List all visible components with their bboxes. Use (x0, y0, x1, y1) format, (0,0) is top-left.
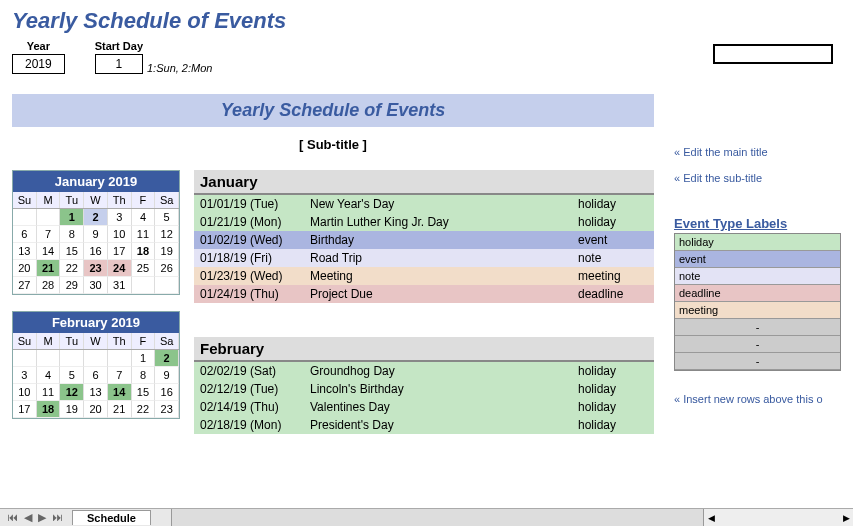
day-cell[interactable]: 29 (60, 277, 84, 294)
day-cell[interactable]: 14 (108, 384, 132, 401)
scroll-right-icon[interactable]: ▶ (839, 513, 853, 523)
day-cell[interactable]: 23 (84, 260, 108, 277)
day-cell[interactable]: 4 (132, 209, 156, 226)
event-row[interactable]: 01/23/19 (Wed)Meetingmeeting (194, 267, 654, 285)
day-cell[interactable]: 11 (37, 384, 61, 401)
event-row[interactable]: 01/18/19 (Fri)Road Tripnote (194, 249, 654, 267)
day-cell[interactable]: 1 (132, 350, 156, 367)
etl-blank[interactable]: - (675, 319, 840, 336)
day-cell[interactable] (37, 350, 61, 367)
day-cell[interactable]: 10 (108, 226, 132, 243)
etl-blank[interactable]: - (675, 336, 840, 353)
horizontal-scrollbar[interactable]: ◀ ▶ (703, 509, 853, 526)
event-row[interactable]: 01/21/19 (Mon)Martin Luther King Jr. Day… (194, 213, 654, 231)
day-cell[interactable]: 18 (132, 243, 156, 260)
day-cell[interactable]: 8 (132, 367, 156, 384)
day-cell[interactable]: 3 (108, 209, 132, 226)
scroll-left-icon[interactable]: ◀ (704, 513, 718, 523)
subtitle[interactable]: [ Sub-title ] (12, 137, 654, 152)
day-cell[interactable]: 9 (155, 367, 179, 384)
event-row[interactable]: 01/24/19 (Thu)Project Duedeadline (194, 285, 654, 303)
day-cell[interactable]: 15 (60, 243, 84, 260)
day-cell[interactable]: 31 (108, 277, 132, 294)
day-cell[interactable]: 19 (60, 401, 84, 418)
etl-holiday[interactable]: holiday (675, 234, 840, 251)
day-cell[interactable]: 27 (13, 277, 37, 294)
day-cell[interactable]: 10 (13, 384, 37, 401)
etl-deadline[interactable]: deadline (675, 285, 840, 302)
calendar-february: February 2019 SuMTuWThFSa 12345678910111… (12, 311, 180, 419)
event-row[interactable]: 02/14/19 (Thu)Valentines Dayholiday (194, 398, 654, 416)
day-cell[interactable]: 2 (84, 209, 108, 226)
day-cell[interactable]: 17 (108, 243, 132, 260)
tab-nav-first-icon[interactable]: ⏮ (4, 511, 21, 524)
day-cell[interactable]: 4 (37, 367, 61, 384)
tab-schedule[interactable]: Schedule (72, 510, 151, 525)
day-cell[interactable] (13, 350, 37, 367)
day-cell[interactable] (155, 277, 179, 294)
etl-note[interactable]: note (675, 268, 840, 285)
etl-blank[interactable]: - (675, 353, 840, 370)
etl-event[interactable]: event (675, 251, 840, 268)
dow-cell: W (84, 333, 108, 349)
day-cell[interactable] (132, 277, 156, 294)
dow-cell: Su (13, 192, 37, 208)
day-cell[interactable]: 28 (37, 277, 61, 294)
day-cell[interactable]: 20 (13, 260, 37, 277)
day-cell[interactable]: 13 (13, 243, 37, 260)
etl-meeting[interactable]: meeting (675, 302, 840, 319)
day-cell[interactable]: 7 (108, 367, 132, 384)
day-cell[interactable]: 17 (13, 401, 37, 418)
day-cell[interactable] (37, 209, 61, 226)
day-cell[interactable]: 5 (60, 367, 84, 384)
tab-nav-last-icon[interactable]: ⏭ (49, 511, 66, 524)
day-cell[interactable]: 24 (108, 260, 132, 277)
event-row[interactable]: 02/18/19 (Mon)President's Dayholiday (194, 416, 654, 434)
day-cell[interactable]: 12 (155, 226, 179, 243)
event-row[interactable]: 02/12/19 (Tue)Lincoln's Birthdayholiday (194, 380, 654, 398)
day-cell[interactable]: 14 (37, 243, 61, 260)
event-type: holiday (578, 382, 648, 396)
banner-title[interactable]: Yearly Schedule of Events (12, 94, 654, 127)
day-cell[interactable]: 1 (60, 209, 84, 226)
day-cell[interactable]: 9 (84, 226, 108, 243)
event-desc: President's Day (310, 418, 578, 432)
year-input[interactable]: 2019 (12, 54, 65, 74)
day-cell[interactable] (60, 350, 84, 367)
day-cell[interactable]: 19 (155, 243, 179, 260)
day-cell[interactable]: 2 (155, 350, 179, 367)
day-cell[interactable]: 8 (60, 226, 84, 243)
day-cell[interactable]: 5 (155, 209, 179, 226)
tab-nav-next-icon[interactable]: ▶ (35, 511, 49, 524)
day-cell[interactable]: 7 (37, 226, 61, 243)
month-header-january: January (194, 170, 654, 195)
day-cell[interactable]: 15 (132, 384, 156, 401)
day-cell[interactable]: 20 (84, 401, 108, 418)
day-cell[interactable]: 30 (84, 277, 108, 294)
day-cell[interactable]: 26 (155, 260, 179, 277)
day-cell[interactable]: 23 (155, 401, 179, 418)
day-cell[interactable]: 18 (37, 401, 61, 418)
day-cell[interactable]: 22 (132, 401, 156, 418)
day-cell[interactable] (13, 209, 37, 226)
day-cell[interactable]: 11 (132, 226, 156, 243)
day-cell[interactable]: 16 (155, 384, 179, 401)
event-row[interactable]: 01/02/19 (Wed)Birthdayevent (194, 231, 654, 249)
selected-cell[interactable] (713, 44, 833, 64)
day-cell[interactable]: 12 (60, 384, 84, 401)
event-row[interactable]: 01/01/19 (Tue)New Year's Dayholiday (194, 195, 654, 213)
day-cell[interactable] (108, 350, 132, 367)
startday-input[interactable]: 1 (95, 54, 143, 74)
day-cell[interactable]: 21 (108, 401, 132, 418)
event-row[interactable]: 02/02/19 (Sat)Groundhog Dayholiday (194, 362, 654, 380)
day-cell[interactable] (84, 350, 108, 367)
day-cell[interactable]: 25 (132, 260, 156, 277)
day-cell[interactable]: 22 (60, 260, 84, 277)
day-cell[interactable]: 21 (37, 260, 61, 277)
tab-nav-prev-icon[interactable]: ◀ (21, 511, 35, 524)
day-cell[interactable]: 6 (84, 367, 108, 384)
day-cell[interactable]: 13 (84, 384, 108, 401)
day-cell[interactable]: 16 (84, 243, 108, 260)
day-cell[interactable]: 3 (13, 367, 37, 384)
day-cell[interactable]: 6 (13, 226, 37, 243)
